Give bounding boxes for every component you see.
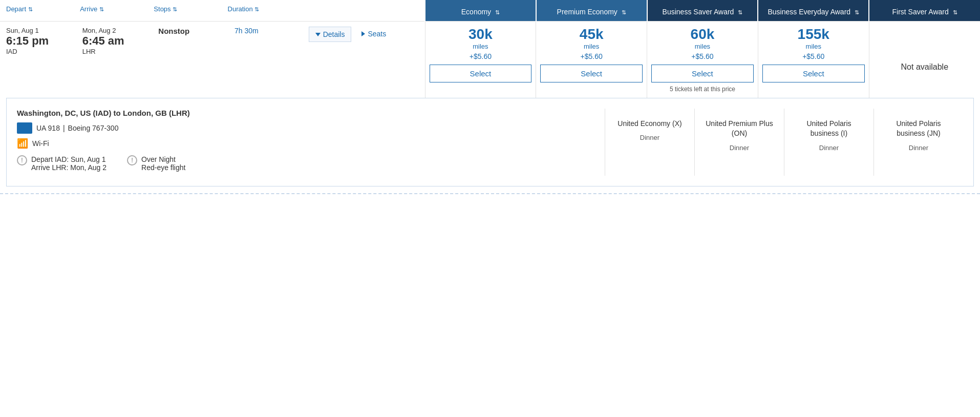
- economy-class-title: United Economy (X): [613, 119, 687, 129]
- triangle-down-icon: [315, 33, 321, 36]
- wifi-label: Wi-Fi: [32, 139, 49, 148]
- first-saver-not-available: Not available: [874, 47, 976, 72]
- flight-row: Sun, Aug 1 6:15 pm IAD Mon, Aug 2 6:45 a…: [0, 22, 980, 98]
- economy-sort-icon: ⇅: [495, 9, 500, 16]
- business-saver-sort-icon: ⇅: [738, 9, 742, 16]
- bottom-border-row: [0, 193, 980, 195]
- route-title: Washington, DC, US (IAD) to London, GB (…: [17, 109, 594, 117]
- stops-value: Nonstop: [158, 27, 222, 35]
- details-left: Washington, DC, US (IAD) to London, GB (…: [17, 109, 605, 176]
- business-saver-miles: 60k: [651, 27, 754, 43]
- premium-economy-miles: 45k: [540, 27, 643, 43]
- aircraft-type: Boeing 767-300: [68, 124, 119, 132]
- detail-col-business-everyday: United Polaris business (JN) Dinner: [874, 109, 963, 176]
- details-panel-cell: Washington, DC, US (IAD) to London, GB (…: [0, 98, 980, 193]
- details-button[interactable]: Details: [309, 27, 352, 42]
- economy-class-meal: Dinner: [613, 134, 687, 141]
- wifi-line: 📶 Wi-Fi: [17, 138, 594, 149]
- arrive-header[interactable]: Arrive ⇅: [80, 5, 154, 17]
- duration-value: 7h 30m: [235, 27, 299, 35]
- depart-cell: Sun, Aug 1 6:15 pm IAD: [0, 22, 76, 98]
- details-cabin-columns: United Economy (X) Dinner United Premium…: [605, 109, 963, 176]
- arrive-time: 6:45 am: [82, 34, 146, 48]
- depart-header[interactable]: Depart ⇅: [6, 5, 80, 17]
- business-everyday-price-cell: 155k miles +$5.60 Select: [758, 22, 869, 98]
- premium-economy-class-meal: Dinner: [702, 144, 776, 152]
- business-everyday-class-meal: Dinner: [882, 144, 955, 152]
- business-saver-class-meal: Dinner: [792, 144, 866, 152]
- col-header-economy[interactable]: Economy ⇅: [425, 0, 536, 22]
- col-header-business-saver[interactable]: Business Saver Award ⇅: [647, 0, 758, 22]
- business-everyday-sort-icon: ⇅: [855, 9, 859, 16]
- depart-arrive-block: ! Depart IAD: Sun, Aug 1 Arrive LHR: Mon…: [17, 155, 106, 176]
- business-saver-tickets-left: 5 tickets left at this price: [651, 86, 754, 93]
- business-everyday-miles: 155k: [762, 27, 865, 43]
- arrive-date: Mon, Aug 2: [82, 27, 146, 34]
- arrive-info: Arrive LHR: Mon, Aug 2: [31, 163, 106, 172]
- premium-economy-class-title: United Premium Plus (ON): [702, 119, 776, 139]
- overnight-block: ! Over Night Red-eye flight: [127, 155, 185, 176]
- premium-economy-select-button[interactable]: Select: [540, 65, 643, 82]
- depart-info: Depart IAD: Sun, Aug 1: [31, 155, 106, 163]
- premium-economy-price-cell: 45k miles +$5.60 Select: [536, 22, 647, 98]
- arrive-cell: Mon, Aug 2 6:45 am LHR: [76, 22, 153, 98]
- economy-price-cell: 30k miles +$5.60 Select: [425, 22, 536, 98]
- overnight-detail: Red-eye flight: [141, 163, 185, 172]
- business-saver-miles-label: miles: [651, 43, 754, 50]
- overnight-title: Over Night: [141, 155, 185, 163]
- action-buttons-cell: Details Seats: [305, 22, 425, 98]
- business-everyday-miles-label: miles: [762, 43, 865, 50]
- seats-button[interactable]: Seats: [357, 27, 390, 41]
- details-panel-row: Washington, DC, US (IAD) to London, GB (…: [0, 98, 980, 193]
- col-header-business-everyday[interactable]: Business Everyday Award ⇅: [758, 0, 869, 22]
- first-saver-sort-icon: ⇅: [953, 9, 957, 16]
- col-header-premium-economy[interactable]: Premium Economy ⇅: [536, 0, 647, 22]
- business-saver-price-cell: 60k miles +$5.60 Select 5 tickets left a…: [647, 22, 758, 98]
- arrive-airport: LHR: [82, 48, 146, 55]
- flight-number-line: UA 918 | Boeing 767-300: [17, 122, 594, 134]
- business-everyday-class-title: United Polaris business (JN): [882, 119, 955, 139]
- premium-economy-tax: +$5.60: [540, 52, 643, 60]
- wifi-icon: 📶: [17, 138, 28, 149]
- duration-header[interactable]: Duration ⇅: [228, 5, 302, 17]
- depart-warning-icon: !: [17, 155, 27, 165]
- business-saver-tax: +$5.60: [651, 52, 754, 60]
- depart-sort-icon: ⇅: [28, 6, 33, 12]
- detail-col-premium-economy: United Premium Plus (ON) Dinner: [694, 109, 784, 176]
- airline-icon: [17, 122, 32, 134]
- first-saver-price-cell: Not available: [869, 22, 980, 98]
- stops-header[interactable]: Stops ⇅: [154, 5, 227, 17]
- column-headers: Depart ⇅ Arrive ⇅ Stops ⇅ Duration: [0, 0, 980, 22]
- depart-airport: IAD: [6, 48, 70, 55]
- col-header-first-saver[interactable]: First Saver Award ⇅: [869, 0, 980, 22]
- arrive-sort-icon: ⇅: [99, 6, 104, 12]
- detail-col-economy: United Economy (X) Dinner: [605, 109, 694, 176]
- premium-economy-miles-label: miles: [540, 43, 643, 50]
- stops-cell: Nonstop: [152, 22, 228, 98]
- business-saver-select-button[interactable]: Select: [651, 65, 754, 82]
- economy-tax: +$5.60: [430, 52, 532, 60]
- premium-economy-sort-icon: ⇅: [622, 9, 626, 16]
- economy-miles: 30k: [430, 27, 532, 43]
- triangle-right-icon: [361, 31, 365, 36]
- duration-sort-icon: ⇅: [254, 6, 259, 12]
- business-everyday-select-button[interactable]: Select: [762, 65, 865, 82]
- detail-col-business-saver: United Polaris business (I) Dinner: [784, 109, 874, 176]
- flight-number: UA 918: [36, 124, 60, 132]
- stops-sort-icon: ⇅: [173, 6, 177, 12]
- economy-select-button[interactable]: Select: [430, 65, 532, 82]
- details-panel: Washington, DC, US (IAD) to London, GB (…: [6, 98, 974, 186]
- business-everyday-tax: +$5.60: [762, 52, 865, 60]
- depart-time: 6:15 pm: [6, 34, 70, 48]
- depart-date: Sun, Aug 1: [6, 27, 70, 34]
- duration-cell: 7h 30m: [228, 22, 305, 98]
- overnight-warning-icon: !: [127, 155, 137, 165]
- economy-miles-label: miles: [430, 43, 532, 50]
- business-saver-class-title: United Polaris business (I): [792, 119, 866, 139]
- bottom-border-cell: [0, 193, 980, 195]
